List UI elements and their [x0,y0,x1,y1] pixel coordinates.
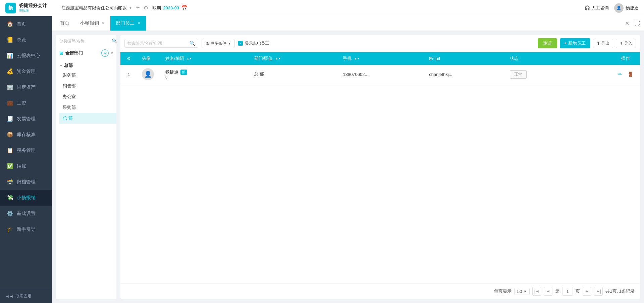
settings-icon[interactable]: ⚙ [144,5,148,11]
dept-edit-btn[interactable]: ✏ [101,49,109,57]
tab-home[interactable]: 首页 [55,16,75,31]
export-button[interactable]: ⬆ 导出 [593,39,613,48]
sidebar-item-home-label: 首页 [17,21,26,27]
export-label: 导出 [601,41,609,46]
tab-dept-employee[interactable]: 部门员工 ✕ [110,16,146,31]
sidebar-item-archive[interactable]: 🗃️ 归档管理 [0,174,52,190]
show-resigned-checkbox[interactable]: ✓ [238,41,243,46]
invite-button[interactable]: 邀请 [538,38,557,48]
col-settings[interactable]: ⚙ [120,52,137,65]
col-dept-position[interactable]: 部门/职位 ▲▼ [250,52,338,65]
period-label: 账期 [152,5,161,11]
tab-expense[interactable]: 小畅报销 ✕ [75,16,110,31]
tab-expense-label: 小畅报销 [80,20,99,26]
cancel-pin-btn[interactable]: ◄◄ 取消固定 [0,289,52,303]
sidebar-item-reports[interactable]: 📊 云报表中心 [0,48,52,63]
employee-code: 0 [165,75,245,79]
logo-area: 畅 畅捷通好会计 旗舰版 [5,3,57,13]
col-status: 状态 [505,52,570,65]
employee-dept: 总 部 [254,72,264,77]
tab-bar: 首页 小畅报销 ✕ 部门员工 ✕ ✕ ⛶ [52,16,644,31]
dept-search-area: 🔍 [56,35,116,46]
last-page-btn[interactable]: ►| [594,287,603,296]
page-content: 🔍 ⊞ 全部部门 ✏ « ▼ 总部 财务部 [52,31,644,303]
main-layout: 🏠 首页 📒 总账 📊 云报表中心 💰 资金管理 🏢 固定资产 💼 工资 🧾 发… [0,16,644,303]
table-row: 1 👤 畅捷通 部 0 [120,65,640,84]
col-avatar: 头像 [137,52,161,65]
basic-icon: ⚙️ [7,210,13,217]
row-index: 1 [120,65,137,84]
tab-expense-close-icon[interactable]: ✕ [102,21,105,26]
expand-icon[interactable]: ⛶ [633,19,641,28]
sidebar-item-settle[interactable]: ✅ 结账 [0,158,52,174]
per-page-select[interactable]: 50 ▼ [514,288,530,295]
sort-dept-icon: ▲▼ [275,57,281,60]
dept-general-label: 总 部 [63,115,73,121]
first-page-btn[interactable]: |◄ [532,287,541,296]
sidebar-item-tax[interactable]: 📋 税务管理 [0,142,52,158]
company-selector[interactable]: 江西服宝精品有限责任公司内账张 ▼ [61,5,132,11]
show-resigned-label: 显示离职员工 [245,41,269,46]
dept-search-icon[interactable]: 🔍 [112,38,116,44]
col-phone[interactable]: 手机 ▲▼ [338,52,424,65]
show-resigned-area: ✓ 显示离职员工 [238,41,269,46]
employee-table: ⚙ 头像 姓名/编码 ▲▼ 部门/职位 ▲▼ [120,52,640,283]
tab-dept-employee-close-icon[interactable]: ✕ [137,21,141,26]
dept-item-finance[interactable]: 财务部 [59,70,116,81]
search-icon[interactable]: 🔍 [190,41,195,46]
close-tab-icon[interactable]: ✕ [624,19,631,28]
dept-item-sales[interactable]: 销售部 [59,81,116,91]
sidebar-item-salary[interactable]: 💼 工资 [0,95,52,111]
dept-collapse-icon[interactable]: « [111,51,113,55]
filter-more-btn[interactable]: ⚗ 更多条件 ▼ [202,39,235,48]
row-phone-cell: 138070602... [338,65,424,84]
per-page-arrow-icon: ▼ [523,290,527,293]
salary-icon: 💼 [7,100,13,106]
prev-page-btn[interactable]: ◄ [544,287,552,296]
add-company-btn[interactable]: + [136,4,140,11]
sidebar-item-expense[interactable]: 💸 小畅报销 [0,190,52,206]
archive-icon: 🗃️ [7,179,13,185]
all-dept-label: 全部部门 [65,50,99,56]
sidebar-item-ledger[interactable]: 📒 总账 [0,32,52,48]
row-status-cell: 正常 [505,65,570,84]
employee-search-input[interactable] [127,41,187,46]
page-input[interactable] [562,287,573,296]
user-info[interactable]: 👤 畅捷通 [614,3,639,13]
sidebar-item-assets[interactable]: 🏢 固定资产 [0,79,52,95]
sidebar-item-inventory[interactable]: 📦 库存核算 [0,127,52,142]
dept-purchase-label: 采购部 [63,104,76,111]
next-page-btn[interactable]: ► [583,287,591,296]
sidebar-item-assets-label: 固定资产 [17,84,36,90]
sidebar-item-funds[interactable]: 💰 资金管理 [0,63,52,79]
service-button[interactable]: 🎧 人工咨询 [585,5,609,11]
sidebar-item-guide[interactable]: 🎓 新手引导 [0,221,52,237]
sort-name-icon: ▲▼ [186,57,192,60]
tab-dept-employee-label: 部门员工 [116,20,135,26]
employee-email: chanjethkj... [429,72,452,77]
dept-search-input[interactable] [59,39,110,43]
col-actions: 操作 [570,52,640,65]
edit-employee-btn[interactable]: ✏ [616,71,624,78]
add-employee-button[interactable]: + 新增员工 [560,38,590,48]
sidebar-item-home[interactable]: 🏠 首页 [0,16,52,32]
delete-employee-btn[interactable]: 🚪 [626,71,635,78]
dept-item-purchase[interactable]: 采购部 [59,102,116,113]
sidebar-item-funds-label: 资金管理 [17,69,36,75]
employee-search-box: 🔍 [124,39,198,48]
sidebar-item-invoice[interactable]: 🧾 发票管理 [0,111,52,127]
col-name-code[interactable]: 姓名/编码 ▲▼ [161,52,250,65]
calendar-icon[interactable]: 📅 [181,5,188,11]
employee-name: 畅捷通 部 [165,69,245,75]
import-button[interactable]: ⬇ 导入 [616,39,636,48]
dept-header: ⊞ 全部部门 ✏ « [56,46,116,59]
row-avatar-cell: 👤 [137,65,161,84]
sidebar-item-basic[interactable]: ⚙️ 基础设置 [0,206,52,221]
dept-item-office[interactable]: 办公室 [59,91,116,102]
content-area: 首页 小畅报销 ✕ 部门员工 ✕ ✕ ⛶ 🔍 [52,16,644,303]
import-label: 导入 [624,41,632,46]
sidebar-item-inventory-label: 库存核算 [17,132,36,138]
dept-grid-icon: ⊞ [59,50,63,56]
dept-item-general[interactable]: 总 部 [59,113,116,124]
total-info: 共1页, 1条记录 [605,288,635,294]
